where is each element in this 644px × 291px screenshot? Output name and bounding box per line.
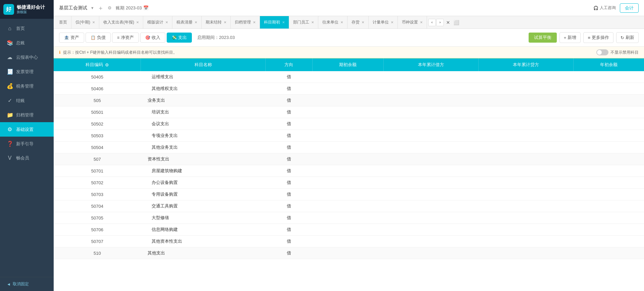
tab-close-7[interactable]: ✕ bbox=[282, 20, 285, 24]
sidebar-item-归档管理[interactable]: 📁 归档管理 bbox=[0, 108, 54, 122]
help-label: 人工咨询 bbox=[600, 5, 616, 11]
cell-ytd-debit-3 bbox=[383, 106, 478, 118]
tab-close-6[interactable]: ✕ bbox=[253, 20, 256, 24]
sidebar-label-5: 结账 bbox=[16, 98, 25, 104]
tab-收入支出表(年报)[interactable]: 收入支出表(年报)✕ bbox=[99, 16, 143, 29]
sidebar-label-6: 归档管理 bbox=[16, 112, 34, 118]
filter-tab-资产[interactable]: 🏦 资产 bbox=[59, 33, 84, 43]
refresh-label: 刷新 bbox=[626, 35, 634, 41]
sidebar-item-云报表中心[interactable]: ☁ 云报表中心 bbox=[0, 50, 54, 64]
cell-opening-11 bbox=[312, 200, 383, 212]
add-company-icon[interactable]: ＋ bbox=[98, 4, 104, 12]
tab-币种设置[interactable]: 币种设置✕ bbox=[398, 16, 427, 29]
accounts-table: 科目编码 ⚙ 科目名称 方向 期初余额 本年累计借方 本年累计贷方 年初余额 5… bbox=[54, 58, 644, 259]
tab-close-8[interactable]: ✕ bbox=[311, 20, 314, 24]
cell-ytd-debit-9 bbox=[383, 177, 478, 189]
cell-ytd-debit-2 bbox=[383, 95, 478, 106]
tab-close-12[interactable]: ✕ bbox=[420, 20, 423, 24]
sidebar-item-首页[interactable]: ⌂ 首页 bbox=[0, 21, 54, 36]
tab-next-button[interactable]: › bbox=[436, 19, 444, 26]
sidebar-item-基础设置[interactable]: ⚙ 基础设置 bbox=[0, 122, 54, 137]
tab-close-1[interactable]: ✕ bbox=[92, 20, 95, 24]
table-row[interactable]: 50503 专项业务支出 借 bbox=[54, 130, 644, 142]
tab-科目期初[interactable]: 科目期初✕ bbox=[260, 16, 289, 29]
sidebar-item-结账[interactable]: ✓ 结账 bbox=[0, 93, 54, 108]
table-row[interactable]: 510 其他支出 借 bbox=[54, 247, 644, 259]
cell-code-6: 50504 bbox=[54, 142, 141, 153]
tab-close-5[interactable]: ✕ bbox=[224, 20, 226, 24]
cell-year-begin-12 bbox=[574, 212, 644, 224]
cell-opening-0 bbox=[312, 71, 383, 83]
table-row[interactable]: 50702 办公设备购置 借 bbox=[54, 177, 644, 189]
table-row[interactable]: 507 资本性支出 借 bbox=[54, 153, 644, 165]
tab-仅(中期)[interactable]: 仅(中期)✕ bbox=[71, 16, 99, 29]
sidebar-item-新手引导[interactable]: ❓ 新手引导 bbox=[0, 137, 54, 151]
table-row[interactable]: 50703 专用设备购置 借 bbox=[54, 189, 644, 200]
table-row[interactable]: 50705 大型修缮 借 bbox=[54, 212, 644, 224]
settings-icon[interactable]: ⚙ bbox=[108, 5, 112, 10]
tab-首页[interactable]: 首页 bbox=[55, 16, 71, 29]
table-row[interactable]: 50504 其他业务支出 借 bbox=[54, 142, 644, 153]
tab-部门员工[interactable]: 部门员工✕ bbox=[289, 16, 318, 29]
tab-expand-button[interactable]: ⬜ bbox=[452, 19, 460, 26]
more-button[interactable]: ≡ 更多操作 bbox=[583, 32, 613, 43]
table-row[interactable]: 50704 交通工具购置 借 bbox=[54, 200, 644, 212]
tab-close-all-button[interactable]: ✕ bbox=[444, 19, 452, 26]
help-button[interactable]: 🎧 人工咨询 bbox=[593, 5, 616, 11]
tab-计量单位[interactable]: 计量单位✕ bbox=[369, 16, 398, 29]
cell-ytd-credit-12 bbox=[478, 212, 573, 224]
table-row[interactable]: 50707 其他资本性支出 借 bbox=[54, 236, 644, 247]
tab-税表清册[interactable]: 税表清册✕ bbox=[172, 16, 202, 29]
balance-button[interactable]: 试算平衡 bbox=[529, 33, 557, 43]
filter-icon-2: ≡ bbox=[117, 35, 119, 40]
sidebar-item-总账[interactable]: 📚 总账 bbox=[0, 36, 54, 50]
filter-tab-收入[interactable]: 🎯 收入 bbox=[140, 33, 165, 43]
calendar-icon[interactable]: 📅 bbox=[143, 5, 149, 10]
table-row[interactable]: 50502 会议支出 借 bbox=[54, 118, 644, 130]
table-row[interactable]: 50706 信息网络购建 借 bbox=[54, 224, 644, 236]
tab-close-4[interactable]: ✕ bbox=[195, 20, 197, 24]
sidebar-item-发票管理[interactable]: 🧾 发票管理 bbox=[0, 64, 54, 79]
cell-opening-12 bbox=[312, 212, 383, 224]
tab-close-2[interactable]: ✕ bbox=[136, 20, 139, 24]
refresh-button[interactable]: ↻ 刷新 bbox=[616, 32, 639, 43]
table-row[interactable]: 50405 运维维支出 借 bbox=[54, 71, 644, 83]
tab-往来单位[interactable]: 往来单位✕ bbox=[318, 16, 347, 29]
tab-label-12: 币种设置 bbox=[402, 19, 418, 25]
tab-close-11[interactable]: ✕ bbox=[391, 20, 393, 24]
sidebar-item-畅会员[interactable]: V 畅会员 bbox=[0, 151, 54, 165]
cell-direction-9: 借 bbox=[265, 177, 312, 189]
table-row[interactable]: 505 业务支出 借 bbox=[54, 95, 644, 106]
disable-toggle[interactable] bbox=[596, 49, 608, 55]
tab-存货[interactable]: 存货✕ bbox=[347, 16, 369, 29]
tab-close-3[interactable]: ✕ bbox=[165, 20, 168, 24]
cell-name-1: 其他维权支出 bbox=[141, 83, 265, 95]
tab-prev-button[interactable]: ‹ bbox=[428, 19, 436, 26]
cell-name-13: 信息网络购建 bbox=[141, 224, 265, 236]
th-code-label: 科目编码 bbox=[86, 62, 103, 68]
filter-tab-支出[interactable]: 💸 支出 bbox=[167, 33, 192, 43]
app-icon: 好 bbox=[3, 4, 14, 15]
cell-name-11: 交通工具购置 bbox=[141, 200, 265, 212]
th-settings-icon[interactable]: ⚙ bbox=[105, 62, 109, 67]
table-row[interactable]: 50501 培训支出 借 bbox=[54, 106, 644, 118]
sidebar-item-税务管理[interactable]: 💰 税务管理 bbox=[0, 79, 54, 93]
cell-ytd-debit-1 bbox=[383, 83, 478, 95]
tab-close-9[interactable]: ✕ bbox=[340, 20, 343, 24]
cell-name-5: 专项业务支出 bbox=[141, 130, 265, 142]
tab-归档管理[interactable]: 归档管理✕ bbox=[231, 16, 260, 29]
table-row[interactable]: 50406 其他维权支出 借 bbox=[54, 83, 644, 95]
add-button[interactable]: + 新增 bbox=[559, 32, 581, 43]
cell-code-9: 50702 bbox=[54, 177, 141, 189]
filter-tab-净资产[interactable]: ≡ 净资产 bbox=[112, 33, 139, 43]
tab-close-10[interactable]: ✕ bbox=[362, 20, 364, 24]
cell-ytd-credit-6 bbox=[478, 142, 573, 153]
filter-tab-负债[interactable]: 📋 负债 bbox=[86, 33, 111, 43]
account-button[interactable]: 会计 bbox=[620, 3, 639, 13]
tab-模版设计[interactable]: 模版设计✕ bbox=[143, 16, 172, 29]
tab-期末结转[interactable]: 期末结转✕ bbox=[202, 16, 231, 29]
company-chevron-icon[interactable]: ▾ bbox=[91, 5, 94, 10]
company-name: 基层工会测试 bbox=[59, 5, 87, 11]
table-row[interactable]: 50701 房屋建筑物购建 借 bbox=[54, 165, 644, 177]
sidebar-footer[interactable]: ◄ 取消固定 bbox=[0, 277, 54, 291]
